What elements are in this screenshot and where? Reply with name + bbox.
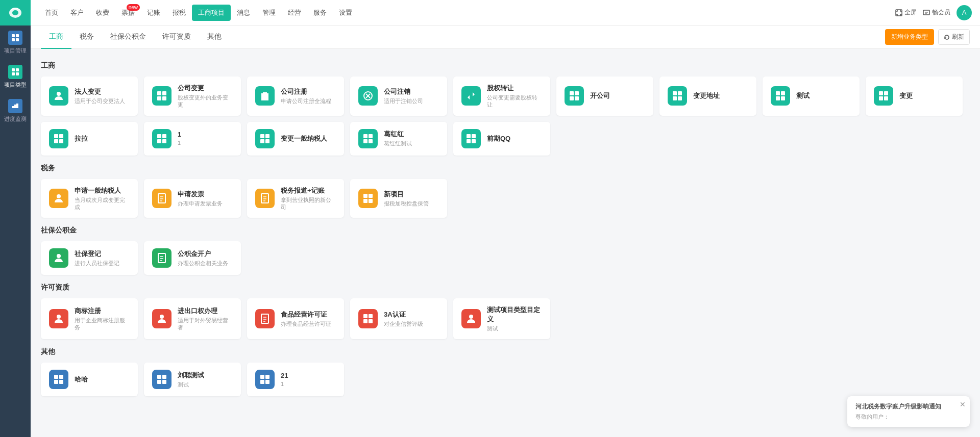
svg-rect-71: [363, 319, 368, 323]
sidebar-item-project-mgmt[interactable]: 项目管理: [0, 25, 31, 60]
card-0-7[interactable]: 测试: [763, 76, 860, 116]
fullscreen-btn[interactable]: 全屏: [895, 8, 917, 17]
card-3-1[interactable]: 进出口权办理适用于对外贸易经营者: [144, 298, 241, 339]
project-type-icon: [8, 65, 22, 79]
grid-icon: [668, 86, 687, 106]
card-1-1[interactable]: 申请发票办理申请发票业务: [144, 179, 241, 218]
svg-rect-84: [260, 380, 264, 384]
svg-rect-2: [12, 34, 15, 37]
grid-icon: [771, 86, 790, 106]
refresh-button[interactable]: 刷新: [938, 29, 970, 45]
card-3-3[interactable]: 3A认证对企业信誉评级: [350, 298, 447, 339]
card-3-4[interactable]: 测试项目类型目定义测试: [453, 298, 550, 339]
nav-operate[interactable]: 经营: [282, 0, 307, 25]
notification-subtext: 尊敬的用户：: [855, 413, 962, 421]
card-1-3[interactable]: 新项目报税加税控盘保管: [350, 179, 447, 218]
building-icon: [255, 86, 275, 106]
card-0-10[interactable]: 11: [144, 122, 241, 156]
card-0-3[interactable]: 公司注销适用于注销公司: [350, 76, 447, 116]
doc-icon: [152, 189, 172, 208]
card-text-12: 葛红红葛红红测试: [384, 130, 412, 147]
doc-icon: [152, 248, 172, 268]
card-title: 哈哈: [75, 375, 88, 384]
svg-rect-56: [472, 139, 476, 143]
nav-industrial[interactable]: 工商项目: [192, 5, 231, 21]
doc-icon: [255, 309, 275, 328]
nav-tax[interactable]: 报税: [166, 0, 192, 25]
nav-message[interactable]: 消息: [231, 0, 256, 25]
card-0-13[interactable]: 前期QQ: [453, 122, 550, 156]
card-title: 税务报道+记账: [281, 186, 336, 195]
nav-settings[interactable]: 设置: [333, 0, 358, 25]
card-title: 刘聪测试: [178, 371, 204, 380]
card-0-11[interactable]: 变更一般纳税人: [247, 122, 344, 156]
card-3-2[interactable]: 食品经营许可证办理食品经营许可证: [247, 298, 344, 339]
svg-rect-42: [162, 134, 166, 138]
svg-rect-63: [369, 199, 373, 203]
card-text-2: 211: [281, 372, 288, 388]
card-desc: 报税加税控盘保管: [384, 200, 429, 207]
grid-icon: [152, 370, 172, 389]
card-0-8[interactable]: 变更: [866, 76, 963, 116]
svg-rect-7: [16, 68, 19, 71]
card-2-1[interactable]: 公积金开户办理公积金相关业务: [144, 241, 241, 275]
sidebar-item-project-type[interactable]: 项目类型: [0, 60, 31, 94]
svg-rect-62: [363, 199, 368, 203]
tab-other[interactable]: 其他: [199, 25, 230, 49]
add-type-button[interactable]: 新增业务类型: [885, 29, 934, 45]
card-2-0[interactable]: 社保登记进行人员社保登记: [41, 241, 138, 275]
card-desc: 测试: [178, 381, 204, 388]
tab-industrial[interactable]: 工商: [41, 25, 71, 49]
card-desc: 办理申请发票业务: [178, 200, 223, 207]
card-0-2[interactable]: 公司注册申请公司注册全流程: [247, 76, 344, 116]
svg-rect-5: [16, 38, 19, 41]
card-3-0[interactable]: 商标注册用于企业商标注册服务: [41, 298, 138, 339]
card-title: 测试项目类型目定义: [487, 305, 542, 324]
svg-rect-36: [884, 96, 888, 100]
card-text-11: 变更一般纳税人: [281, 134, 327, 143]
tab-social[interactable]: 社保公积金: [102, 25, 154, 49]
card-4-0[interactable]: 哈哈: [41, 363, 138, 396]
card-1-0[interactable]: 申请一般纳税人当月或次月成变更完成: [41, 179, 138, 218]
sidebar-item-progress[interactable]: 进度监测: [0, 94, 31, 128]
tab-actions: 新增业务类型 刷新: [885, 29, 970, 45]
card-desc: 对企业信誉评级: [384, 320, 423, 327]
tab-permit[interactable]: 许可资质: [154, 25, 199, 49]
card-4-1[interactable]: 刘聪测试测试: [144, 363, 241, 396]
notification-close[interactable]: ✕: [960, 400, 966, 408]
card-title: 公积金开户: [178, 249, 228, 259]
svg-rect-25: [673, 91, 677, 95]
section-title-0: 工商: [41, 61, 970, 70]
nav-service[interactable]: 服务: [307, 0, 333, 25]
card-0-0[interactable]: 法人变更适用于公司变更法人: [41, 76, 138, 116]
tab-tax[interactable]: 税务: [71, 25, 102, 49]
card-0-1[interactable]: 公司变更股权变更外的业务变更: [144, 76, 241, 116]
card-grid-4: 哈哈刘聪测试测试211: [41, 363, 970, 396]
card-title: 股权转让: [487, 84, 542, 93]
member-label: 畅会员: [932, 8, 950, 17]
card-0-5[interactable]: 开公司: [556, 76, 653, 116]
person-icon: [49, 189, 68, 208]
avatar[interactable]: A: [957, 5, 972, 20]
card-text-4: 股权转让公司变更需要股权转让: [487, 84, 542, 109]
card-0-4[interactable]: 股权转让公司变更需要股权转让: [453, 76, 550, 116]
nav-payment[interactable]: 收费: [90, 0, 115, 25]
svg-rect-21: [570, 91, 574, 95]
nav-customer[interactable]: 客户: [64, 0, 90, 25]
nav-ticket[interactable]: 票据 new: [115, 0, 141, 25]
card-0-9[interactable]: 拉拉: [41, 122, 138, 156]
card-0-12[interactable]: 葛红红葛红红测试: [350, 122, 447, 156]
new-badge: new: [127, 4, 140, 11]
grid-icon: [152, 129, 172, 148]
card-title: 申请一般纳税人: [75, 186, 130, 195]
card-1-2[interactable]: 税务报道+记账拿到营业执照的新公司: [247, 179, 344, 218]
card-desc: 测试: [487, 325, 542, 332]
nav-bookkeeping[interactable]: 记账: [141, 0, 166, 25]
member-btn[interactable]: 畅会员: [923, 8, 950, 17]
card-desc: 当月或次月成变更完成: [75, 196, 130, 211]
card-0-6[interactable]: 变更地址: [659, 76, 756, 116]
card-4-2[interactable]: 211: [247, 363, 344, 396]
svg-rect-40: [59, 139, 63, 143]
nav-home[interactable]: 首页: [39, 0, 64, 25]
nav-manage[interactable]: 管理: [256, 0, 282, 25]
